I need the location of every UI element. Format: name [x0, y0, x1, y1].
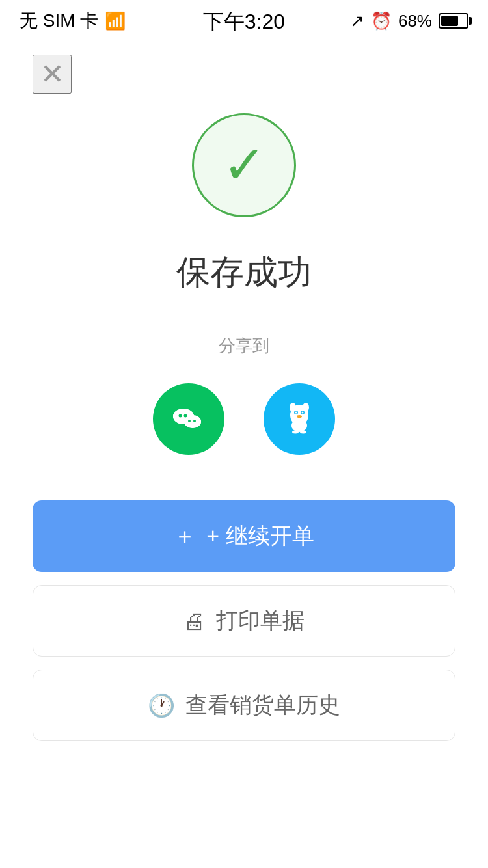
wifi-icon: 📶: [105, 11, 126, 31]
divider-left: [33, 346, 206, 346]
checkmark-icon: ✓: [223, 139, 266, 191]
carrier-text: 无 SIM 卡: [20, 8, 98, 33]
svg-point-18: [297, 415, 302, 418]
wechat-share-button[interactable]: [153, 383, 224, 455]
battery-percentage: 68%: [398, 11, 432, 31]
history-button[interactable]: 🕐 查看销货单历史: [33, 670, 455, 741]
svg-point-20: [300, 431, 306, 434]
share-label: 分享到: [219, 334, 269, 357]
divider-right: [282, 346, 455, 346]
alarm-icon: ⏰: [371, 11, 392, 31]
continue-label: + 继续开单: [206, 521, 314, 551]
battery-fill: [441, 16, 458, 26]
status-bar: 无 SIM 卡 📶 下午3:20 ↗ ⏰ 68%: [0, 0, 488, 42]
print-icon: 🖨: [183, 608, 206, 634]
close-button[interactable]: ✕: [33, 55, 72, 94]
success-circle: ✓: [192, 113, 296, 217]
continue-button[interactable]: ＋ + 继续开单: [33, 500, 455, 572]
svg-point-13: [291, 419, 307, 432]
qq-icon: [278, 398, 320, 440]
svg-point-21: [290, 403, 296, 412]
status-left: 无 SIM 卡 📶: [20, 8, 126, 33]
svg-point-10: [188, 420, 191, 422]
qq-share-button[interactable]: [264, 383, 335, 455]
svg-point-19: [292, 431, 299, 434]
status-time: 下午3:20: [203, 8, 285, 36]
close-icon: ✕: [40, 60, 64, 88]
svg-point-22: [303, 403, 309, 412]
share-divider: 分享到: [33, 334, 455, 357]
battery-icon: [439, 13, 468, 29]
wechat-icon: [168, 398, 210, 440]
svg-point-9: [184, 415, 201, 428]
print-label: 打印单据: [216, 606, 305, 636]
svg-point-7: [179, 414, 182, 418]
history-label: 查看销货单历史: [185, 690, 340, 720]
print-button[interactable]: 🖨 打印单据: [33, 585, 455, 657]
status-right: ↗ ⏰ 68%: [350, 11, 468, 31]
continue-icon: ＋: [174, 521, 196, 551]
svg-point-17: [302, 412, 304, 414]
history-icon: 🕐: [148, 692, 175, 718]
main-content: ✕ ✓ 保存成功 分享到: [0, 42, 488, 741]
success-title: 保存成功: [176, 250, 312, 295]
share-icons-row: [153, 383, 335, 455]
action-buttons: ＋ + 继续开单 🖨 打印单据 🕐 查看销货单历史: [33, 500, 455, 741]
location-icon: ↗: [350, 11, 364, 31]
svg-point-11: [193, 420, 196, 422]
svg-point-16: [295, 412, 297, 414]
svg-point-8: [184, 414, 187, 418]
